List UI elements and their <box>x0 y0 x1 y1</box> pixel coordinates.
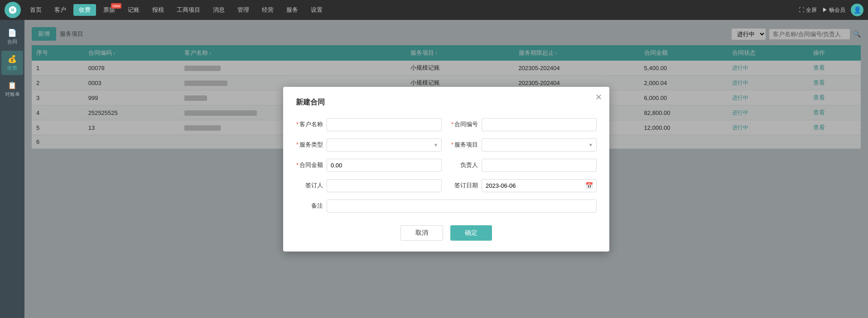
remark-label: 备注 <box>296 202 323 210</box>
service-type-wrapper: ▼ <box>327 138 442 152</box>
service-item-wrapper: ▼ <box>482 138 597 152</box>
sidebar-label-contract: 合同 <box>7 38 17 45</box>
service-item-select[interactable] <box>482 138 597 152</box>
nav-accounting[interactable]: 记账 <box>122 4 145 16</box>
customer-name-label: *客户名称 <box>296 120 323 128</box>
member-btn[interactable]: ▶ 畅会员 <box>822 6 845 14</box>
form-row-amount: *合同金额 <box>296 159 442 172</box>
remark-input[interactable] <box>327 199 597 213</box>
main-layout: 📄 合同 💰 收费 📋 对账单 新增 服务项目 进行中 已完成 已终止 � <box>0 20 868 318</box>
form-row-customer: *客户名称 <box>296 118 442 131</box>
fullscreen-btn[interactable]: ⛶ 全屏 <box>799 6 816 14</box>
new-badge: new <box>111 3 121 9</box>
form-row-remark: 备注 <box>296 199 597 213</box>
nav-right: ⛶ 全屏 ▶ 畅会员 👤 <box>799 4 863 16</box>
signer-input[interactable] <box>327 179 442 192</box>
nav-settings[interactable]: 设置 <box>305 4 328 16</box>
contract-no-input[interactable] <box>482 118 597 131</box>
sidebar-label-reconciliation: 对账单 <box>5 91 20 98</box>
modal-overlay: ✕ 新建合同 *客户名称 *合同编号 <box>24 20 868 318</box>
sign-date-input[interactable] <box>482 179 597 192</box>
content-area: 新增 服务项目 进行中 已完成 已终止 🔍 序号 合同编码↕ <box>24 20 868 318</box>
nav-message[interactable]: 消息 <box>207 4 230 16</box>
form-row-service-item: *服务项目 ▼ <box>451 138 597 152</box>
reconciliation-icon: 📋 <box>8 81 17 90</box>
signer-label: 签订人 <box>296 181 323 190</box>
logo[interactable] <box>5 2 21 18</box>
nav-operation[interactable]: 经营 <box>256 4 279 16</box>
nav-fee[interactable]: 收费 <box>73 4 96 16</box>
service-type-select[interactable] <box>327 138 442 152</box>
responsible-input[interactable] <box>482 159 597 172</box>
new-contract-modal: ✕ 新建合同 *客户名称 *合同编号 <box>283 87 609 252</box>
nav-business[interactable]: 工商项目 <box>171 4 206 16</box>
nav-home[interactable]: 首页 <box>24 4 47 16</box>
form-row-signer: 签订人 <box>296 179 442 192</box>
form-row-responsible: 负责人 <box>451 159 597 172</box>
avatar[interactable]: 👤 <box>851 4 863 16</box>
contract-no-label: *合同编号 <box>451 120 478 128</box>
cancel-button[interactable]: 取消 <box>400 225 443 241</box>
modal-title: 新建合同 <box>296 98 597 107</box>
contract-amount-input[interactable] <box>327 159 442 172</box>
nav-service[interactable]: 服务 <box>281 4 304 16</box>
modal-close-button[interactable]: ✕ <box>595 93 602 101</box>
sidebar-item-reconciliation[interactable]: 📋 对账单 <box>1 77 23 101</box>
confirm-button[interactable]: 确定 <box>450 225 492 241</box>
nav-tax[interactable]: 报税 <box>147 4 169 16</box>
sign-date-label: 签订日期 <box>451 181 478 190</box>
fee-icon: 💰 <box>8 54 17 63</box>
amount-label: *合同金额 <box>296 161 323 169</box>
service-type-label: *服务类型 <box>296 141 323 149</box>
form-grid: *客户名称 *合同编号 *服务类型 <box>296 118 597 213</box>
contract-icon: 📄 <box>8 28 17 37</box>
sign-date-wrapper: 📅 <box>482 179 597 192</box>
sidebar-label-fee: 收费 <box>7 65 17 71</box>
sidebar-item-contract[interactable]: 📄 合同 <box>1 24 23 49</box>
sidebar-item-fee[interactable]: 💰 收费 <box>1 51 23 75</box>
sidebar: 📄 合同 💰 收费 📋 对账单 <box>0 20 24 318</box>
nav-manage[interactable]: 管理 <box>232 4 255 16</box>
responsible-label: 负责人 <box>451 161 478 169</box>
form-row-contract-no: *合同编号 <box>451 118 597 131</box>
form-row-sign-date: 签订日期 📅 <box>451 179 597 192</box>
nav-customer[interactable]: 客户 <box>49 4 72 16</box>
service-item-form-label: *服务项目 <box>451 141 478 149</box>
form-row-service-type: *服务类型 ▼ <box>296 138 442 152</box>
top-nav: 首页 客户 收费 票据 new 记账 报税 工商项目 消息 管理 经营 服务 设… <box>0 0 868 20</box>
nav-bill[interactable]: 票据 new <box>98 4 121 16</box>
modal-footer: 取消 确定 <box>296 225 597 241</box>
customer-name-input[interactable] <box>327 118 442 131</box>
nav-items: 首页 客户 收费 票据 new 记账 报税 工商项目 消息 管理 经营 服务 设… <box>24 4 799 16</box>
